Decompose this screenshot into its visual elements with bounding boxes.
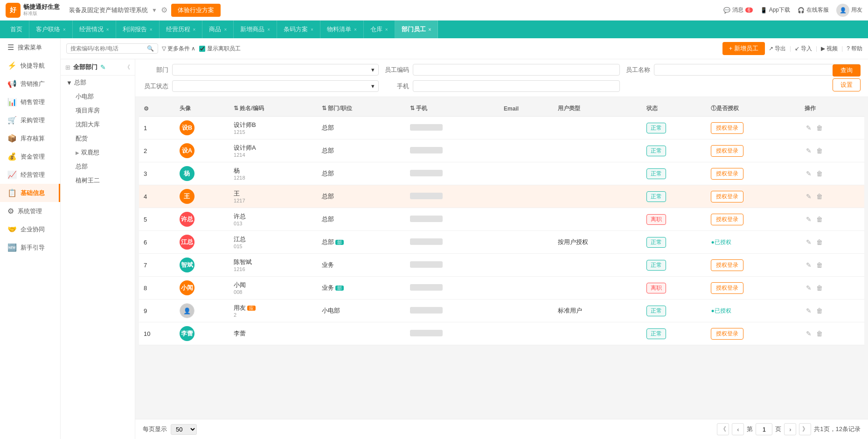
close-icon[interactable]: ×: [106, 27, 109, 32]
empcode-filter-input[interactable]: [413, 64, 619, 76]
tab-operation[interactable]: 经营情况 ×: [73, 21, 116, 38]
close-icon[interactable]: ×: [150, 27, 153, 32]
help-button[interactable]: ? 帮助: [847, 45, 862, 53]
edit-icon[interactable]: ✎: [806, 330, 812, 337]
last-page-button[interactable]: 》: [799, 423, 811, 435]
prev-page-button[interactable]: ‹: [732, 423, 744, 435]
tab-customer[interactable]: 客户联络 ×: [29, 21, 73, 38]
close-icon[interactable]: ×: [385, 27, 388, 32]
edit-icon[interactable]: ✎: [806, 147, 812, 154]
edit-icon[interactable]: ✎: [806, 193, 812, 200]
auth-button[interactable]: 授权登录: [711, 282, 743, 294]
delete-icon[interactable]: 🗑: [816, 170, 823, 177]
show-resigned-checkbox[interactable]: [199, 46, 205, 52]
delete-icon[interactable]: 🗑: [816, 238, 823, 246]
auth-button[interactable]: 授权登录: [711, 214, 743, 225]
delete-icon[interactable]: 🗑: [816, 216, 823, 223]
tab-barcode[interactable]: 条码方案 ×: [277, 21, 320, 38]
close-icon[interactable]: ×: [354, 27, 357, 32]
user-area[interactable]: 👤 用友: [836, 4, 862, 17]
dept-item-shenyang[interactable]: 沈阳大库: [70, 118, 135, 132]
close-icon[interactable]: ×: [224, 27, 227, 32]
delete-icon[interactable]: 🗑: [816, 330, 823, 337]
search-icon[interactable]: 🔍: [147, 45, 154, 52]
sidebar-item-marketing[interactable]: 📢 营销推广: [0, 75, 60, 93]
online-service-button[interactable]: 🎧 在线客服: [798, 6, 829, 14]
auth-button[interactable]: 授权登录: [711, 168, 743, 180]
sidebar-item-system[interactable]: ⚙ 系统管理: [0, 202, 60, 220]
sys-dropdown-icon[interactable]: ▼: [152, 7, 157, 14]
page-input[interactable]: [756, 423, 772, 435]
tab-profit[interactable]: 利润报告 ×: [116, 21, 160, 38]
dept-item-distribution[interactable]: 配货: [70, 132, 135, 146]
auth-button[interactable]: 授权登录: [711, 145, 743, 157]
add-employee-button[interactable]: + 新增员工: [722, 42, 765, 55]
tab-history[interactable]: 经营历程 ×: [160, 21, 203, 38]
tab-new-goods[interactable]: 新增商品 ×: [234, 21, 277, 38]
search-input[interactable]: [70, 45, 145, 52]
delete-icon[interactable]: 🗑: [816, 307, 823, 314]
sidebar-item-inventory[interactable]: 📦 库存核算: [0, 129, 60, 147]
export-button[interactable]: ↗ 导出: [769, 45, 786, 53]
sidebar-item-guide[interactable]: 🆕 新手引导: [0, 238, 60, 257]
settings-icon[interactable]: ⚙: [161, 6, 167, 14]
sidebar-item-finance[interactable]: 💰 资金管理: [0, 147, 60, 166]
message-button[interactable]: 💬 消息 6: [723, 6, 753, 14]
dept-item-head[interactable]: ▼ 总部: [61, 76, 135, 90]
tab-department[interactable]: 部门员工 ×: [395, 21, 438, 38]
sidebar-item-shortcut[interactable]: ⚡ 快捷导航: [0, 56, 60, 75]
dept-filter-select[interactable]: ▾: [172, 64, 379, 76]
tab-home[interactable]: 首页: [4, 21, 29, 38]
page-size-select[interactable]: 50 100: [171, 424, 197, 435]
auth-button[interactable]: 授权登录: [711, 122, 743, 134]
close-icon[interactable]: ×: [63, 27, 66, 32]
auth-button[interactable]: 授权登录: [711, 259, 743, 271]
close-icon[interactable]: ×: [193, 27, 196, 32]
edit-icon[interactable]: ✎: [806, 216, 812, 223]
tab-bom[interactable]: 物料清单 ×: [320, 21, 364, 38]
next-page-button[interactable]: ›: [784, 423, 796, 435]
sidebar-item-sales[interactable]: 📊 销售管理: [0, 93, 60, 111]
auth-button[interactable]: 授权登录: [711, 191, 743, 202]
tab-goods[interactable]: 商品 ×: [202, 21, 234, 38]
status-filter-select[interactable]: ▾: [172, 80, 379, 92]
delete-icon[interactable]: 🗑: [816, 124, 823, 132]
auth-button[interactable]: 授权登录: [711, 328, 743, 340]
edit-icon[interactable]: ✎: [806, 238, 812, 246]
dept-collapse-icon[interactable]: 《: [125, 63, 130, 71]
trial-button[interactable]: 体验行业方案: [171, 4, 221, 17]
delete-icon[interactable]: 🗑: [816, 261, 823, 269]
delete-icon[interactable]: 🗑: [816, 147, 823, 154]
dept-item-zongbu[interactable]: 总部: [70, 160, 135, 174]
tab-warehouse[interactable]: 仓库 ×: [364, 21, 395, 38]
dept-item-xiaodian[interactable]: 小电部: [70, 90, 135, 104]
edit-icon[interactable]: ✎: [806, 307, 812, 314]
first-page-button[interactable]: 《: [717, 423, 729, 435]
set-button[interactable]: 设置: [833, 78, 861, 91]
video-button[interactable]: ▶ 视频: [821, 45, 838, 53]
sidebar-item-purchase[interactable]: 🛒 采购管理: [0, 111, 60, 129]
dept-item-zhishu[interactable]: 植树王二: [70, 174, 135, 188]
empname-filter-input[interactable]: [654, 64, 861, 76]
dept-edit-icon[interactable]: ✎: [100, 63, 106, 71]
sidebar-item-business[interactable]: 📈 经营管理: [0, 166, 60, 184]
sidebar-item-search[interactable]: ☰ 搜索菜单: [0, 38, 60, 56]
edit-icon[interactable]: ✎: [806, 124, 812, 132]
app-download-button[interactable]: 📱 App下载: [760, 6, 790, 14]
sidebar-item-collab[interactable]: 🤝 企业协同: [0, 220, 60, 238]
close-icon[interactable]: ×: [429, 27, 431, 32]
dept-item-shuanglu[interactable]: ▶ 双鹿想: [70, 146, 135, 160]
delete-icon[interactable]: 🗑: [816, 284, 823, 292]
edit-icon[interactable]: ✎: [806, 170, 812, 177]
import-button[interactable]: ↙ 导入: [795, 45, 812, 53]
close-icon[interactable]: ×: [267, 27, 270, 32]
phone-filter-input[interactable]: [413, 80, 619, 92]
edit-icon[interactable]: ✎: [806, 284, 812, 292]
query-button[interactable]: 查询: [833, 64, 861, 77]
sidebar-item-basic[interactable]: 📋 基础信息: [0, 184, 60, 202]
close-icon[interactable]: ×: [311, 27, 313, 32]
dept-item-project[interactable]: 项目库房: [70, 104, 135, 118]
delete-icon[interactable]: 🗑: [816, 193, 823, 200]
more-filter-button[interactable]: ▽ 更多条件 ∧: [162, 45, 195, 53]
edit-icon[interactable]: ✎: [806, 261, 812, 269]
